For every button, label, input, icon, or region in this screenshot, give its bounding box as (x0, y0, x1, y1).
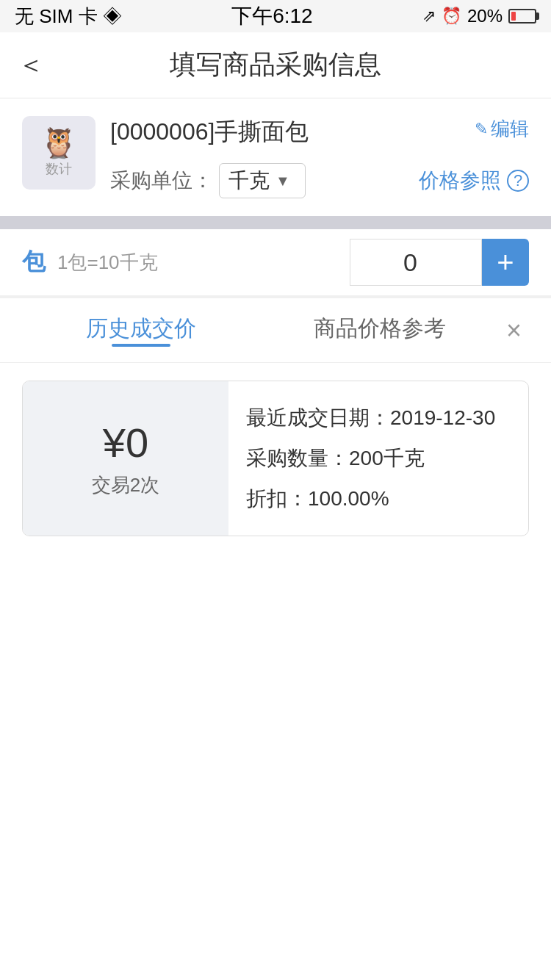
price-amount: ¥0 (103, 419, 148, 466)
recent-date-value: 2019-12-30 (390, 406, 495, 429)
price-left-panel: ¥0 交易2次 (23, 381, 228, 536)
unit-value: 千克 (228, 167, 270, 195)
status-left: 无 SIM 卡 ◈ (15, 4, 122, 29)
purchase-qty-value: 200千克 (349, 447, 425, 469)
price-card: ¥0 交易2次 最近成交日期：2019-12-30 采购数量：200千克 折扣：… (22, 381, 529, 536)
qty-unit-icon: 包 (22, 246, 46, 278)
status-time: 下午6:12 (231, 2, 313, 30)
tab-history-price[interactable]: 历史成交价 (22, 314, 260, 347)
quantity-input[interactable] (350, 239, 482, 286)
nav-bar: ＜ 填写商品采购信息 (0, 32, 551, 98)
tab-header: 历史成交价 商品价格参考 × (0, 298, 551, 363)
purchase-qty-row: 采购数量：200千克 (246, 444, 511, 472)
price-right-panel: 最近成交日期：2019-12-30 采购数量：200千克 折扣：100.00% (228, 381, 528, 536)
location-icon: ⇗ (422, 7, 436, 26)
tab-product-label: 商品价格参考 (314, 316, 446, 340)
logo-subtext: 数计 (46, 160, 72, 178)
tab-panel: 历史成交价 商品价格参考 × ¥0 交易2次 最近成交日期：2019-12-30… (0, 298, 551, 554)
info-icon: ? (507, 170, 529, 192)
amount-value: 0 (126, 419, 148, 466)
tab-history-label: 历史成交价 (86, 316, 196, 340)
discount-value: 100.00% (308, 487, 389, 510)
unit-select[interactable]: 千克 ▼ (219, 163, 306, 198)
battery-icon (508, 9, 536, 24)
edit-button[interactable]: ✎ 编辑 (475, 116, 529, 142)
status-bar: 无 SIM 卡 ◈ 下午6:12 ⇗ ⏰ 20% (0, 0, 551, 32)
quantity-row: 包 1包=10千克 + (0, 229, 551, 295)
edit-label: 编辑 (491, 116, 529, 142)
product-name: [0000006]手撕面包 (110, 116, 309, 148)
quantity-plus-button[interactable]: + (482, 239, 529, 286)
price-ref-button[interactable]: 价格参照 ? (419, 167, 529, 195)
qty-label-group: 包 1包=10千克 (22, 246, 158, 278)
product-header: [0000006]手撕面包 ✎ 编辑 (110, 116, 529, 148)
plus-icon: + (497, 246, 514, 279)
status-right: ⇗ ⏰ 20% (422, 6, 536, 26)
product-card: 🦉 数计 [0000006]手撕面包 ✎ 编辑 采购单位： 千克 ▼ 价格参照 … (0, 98, 551, 216)
alarm-icon: ⏰ (442, 7, 461, 26)
product-info: [0000006]手撕面包 ✎ 编辑 采购单位： 千克 ▼ 价格参照 ? (110, 116, 529, 198)
purchase-unit-row: 采购单位： 千克 ▼ 价格参照 ? (110, 163, 529, 198)
tab-underline (112, 344, 170, 347)
history-content: ¥0 交易2次 最近成交日期：2019-12-30 采购数量：200千克 折扣：… (0, 363, 551, 554)
tab-close-button[interactable]: × (499, 315, 529, 346)
bottom-area (0, 554, 551, 980)
dropdown-arrow-icon: ▼ (276, 173, 290, 190)
back-button[interactable]: ＜ (18, 47, 44, 83)
recent-date-row: 最近成交日期：2019-12-30 (246, 403, 511, 432)
discount-label: 折扣： (246, 487, 308, 510)
product-icon: 🦉 (40, 128, 77, 157)
section-divider (0, 216, 551, 229)
unit-section: 采购单位： 千克 ▼ (110, 163, 306, 198)
qty-conversion: 1包=10千克 (57, 250, 158, 275)
recent-date-label: 最近成交日期： (246, 406, 390, 429)
price-ref-label: 价格参照 (419, 167, 501, 195)
currency-symbol: ¥ (103, 419, 126, 466)
edit-icon: ✎ (475, 120, 488, 139)
discount-row: 折扣：100.00% (246, 484, 511, 513)
product-logo: 🦉 数计 (22, 116, 96, 190)
tab-product-price[interactable]: 商品价格参考 (260, 314, 498, 347)
unit-label: 采购单位： (110, 167, 213, 195)
page-title: 填写商品采购信息 (170, 47, 381, 83)
purchase-qty-label: 采购数量： (246, 447, 349, 469)
qty-input-group: + (350, 239, 529, 286)
price-times: 交易2次 (92, 472, 159, 498)
sim-label: 无 SIM 卡 ◈ (15, 4, 122, 29)
battery-percent: 20% (467, 6, 503, 26)
